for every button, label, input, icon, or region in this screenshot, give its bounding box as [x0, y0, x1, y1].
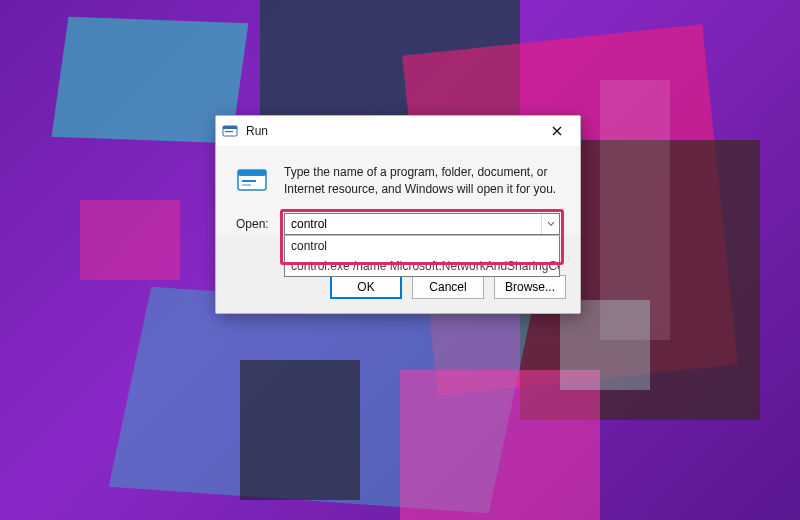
- run-dialog: Run Type the name of a program, folder, …: [215, 115, 581, 314]
- ok-button[interactable]: OK: [330, 275, 402, 299]
- run-program-icon: [236, 166, 270, 194]
- svg-rect-5: [242, 180, 256, 182]
- run-icon: [222, 123, 238, 139]
- cancel-button[interactable]: Cancel: [412, 275, 484, 299]
- open-row: Open: control control.exe /name Microsof…: [216, 203, 580, 235]
- open-input[interactable]: [285, 215, 541, 233]
- svg-rect-1: [223, 126, 237, 129]
- autocomplete-option[interactable]: control: [285, 236, 559, 256]
- autocomplete-dropdown: control control.exe /name Microsoft.Netw…: [284, 235, 560, 277]
- titlebar[interactable]: Run: [216, 116, 580, 146]
- open-label: Open:: [236, 213, 274, 231]
- svg-rect-2: [225, 131, 233, 132]
- combobox-dropdown-button[interactable]: [541, 214, 559, 234]
- autocomplete-option[interactable]: control.exe /name Microsoft.NetworkAndSh…: [285, 256, 559, 276]
- dialog-description: Type the name of a program, folder, docu…: [284, 164, 560, 199]
- dialog-title: Run: [246, 124, 268, 138]
- dialog-body: Type the name of a program, folder, docu…: [216, 146, 580, 203]
- svg-rect-6: [242, 184, 251, 186]
- close-button[interactable]: [542, 119, 572, 143]
- close-icon: [552, 126, 562, 136]
- open-combobox[interactable]: [284, 213, 560, 235]
- svg-rect-4: [238, 170, 266, 176]
- desktop-wallpaper: Run Type the name of a program, folder, …: [0, 0, 800, 520]
- chevron-down-icon: [547, 221, 555, 227]
- browse-button[interactable]: Browse...: [494, 275, 566, 299]
